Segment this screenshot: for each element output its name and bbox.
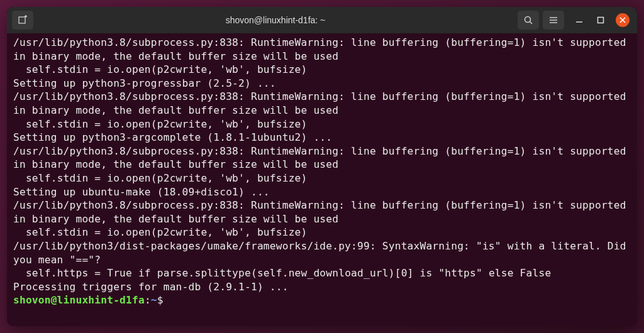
- terminal-line: self.https = True if parse.splittype(sel…: [13, 266, 631, 280]
- prompt-sep: :: [145, 294, 151, 306]
- search-button[interactable]: [518, 11, 539, 30]
- maximize-button[interactable]: [594, 14, 607, 26]
- terminal-line: self.stdin = io.open(p2cwrite, 'wb', buf…: [13, 226, 631, 239]
- terminal-line: self.stdin = io.open(p2cwrite, 'wb', buf…: [13, 172, 631, 185]
- terminal-line: /usr/lib/python3.8/subprocess.py:838: Ru…: [13, 36, 631, 63]
- minimize-button[interactable]: [573, 14, 586, 26]
- svg-point-1: [525, 17, 531, 23]
- terminal-line: Setting up python3-progressbar (2.5-2) .…: [13, 77, 631, 90]
- terminal-line: /usr/lib/python3/dist-packages/umake/fra…: [13, 239, 631, 266]
- terminal-body[interactable]: /usr/lib/python3.8/subprocess.py:838: Ru…: [7, 33, 637, 326]
- prompt-line: shovon@linuxhint-d1fa:~$: [13, 293, 631, 307]
- close-button[interactable]: [616, 13, 630, 27]
- menu-icon: [548, 15, 558, 25]
- window-controls: [573, 13, 630, 27]
- new-tab-icon: [18, 15, 28, 25]
- terminal-window: shovon@linuxhint-d1fa: ~: [7, 7, 637, 326]
- close-icon: [619, 17, 626, 23]
- terminal-line: self.stdin = io.open(p2cwrite, 'wb', buf…: [13, 63, 631, 77]
- prompt-dollar: $: [157, 294, 164, 306]
- menu-button[interactable]: [543, 11, 564, 30]
- svg-line-2: [530, 22, 533, 25]
- svg-rect-7: [598, 18, 604, 23]
- maximize-icon: [597, 16, 604, 24]
- window-title: shovon@linuxhint-d1fa: ~: [37, 15, 514, 25]
- minimize-icon: [575, 16, 583, 24]
- svg-rect-0: [19, 17, 25, 23]
- terminal-line: /usr/lib/python3.8/subprocess.py:838: Ru…: [13, 199, 631, 226]
- new-tab-button[interactable]: [12, 11, 33, 30]
- titlebar: shovon@linuxhint-d1fa: ~: [7, 7, 637, 33]
- terminal-line: /usr/lib/python3.8/subprocess.py:838: Ru…: [13, 145, 631, 172]
- prompt-path: ~: [151, 294, 157, 306]
- terminal-line: Setting up ubuntu-make (18.09+disco1) ..…: [13, 185, 631, 199]
- terminal-line: /usr/lib/python3.8/subprocess.py:838: Ru…: [13, 90, 631, 117]
- terminal-line: self.stdin = io.open(p2cwrite, 'wb', buf…: [13, 117, 631, 131]
- terminal-line: Setting up python3-argcomplete (1.8.1-1u…: [13, 131, 631, 145]
- search-icon: [523, 15, 533, 25]
- terminal-line: Processing triggers for man-db (2.9.1-1)…: [13, 280, 631, 294]
- prompt-user-host: shovon@linuxhint-d1fa: [13, 294, 145, 306]
